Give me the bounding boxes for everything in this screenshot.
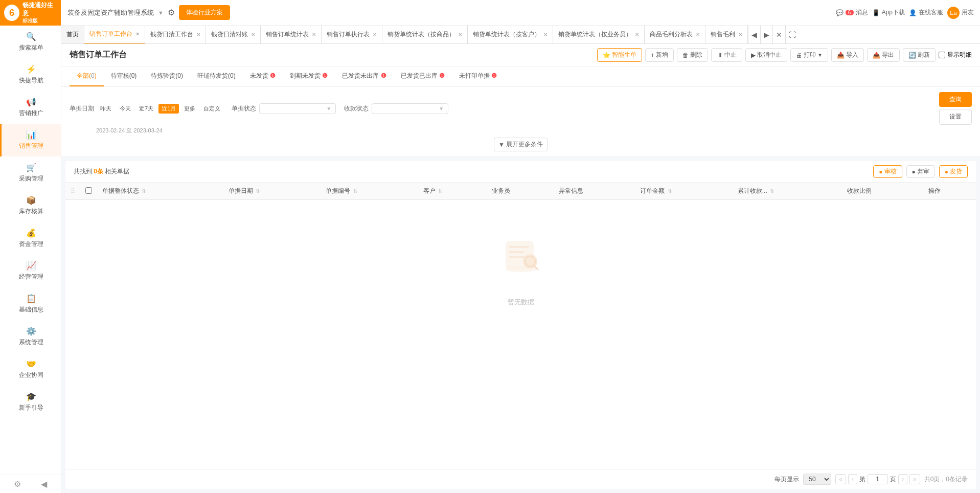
filter-tab-not-shipped[interactable]: 未发货 ❶ <box>243 66 283 86</box>
sidebar-settings-btn[interactable]: ⚙ <box>14 479 21 489</box>
checkbox-col-header[interactable] <box>80 183 97 200</box>
page-prev-btn[interactable]: ‹ <box>848 474 857 484</box>
page-last-btn[interactable]: » <box>909 474 920 484</box>
sidebar-item-baseinfo[interactable]: 📋 基础信息 <box>0 287 61 320</box>
pause-button[interactable]: ⏸ 中止 <box>711 48 742 62</box>
tab-close-icon[interactable]: ✕ <box>312 32 316 37</box>
tab-sales-workbench[interactable]: 销售订单工作台 ✕ <box>84 26 145 44</box>
sidebar-item-quicknav[interactable]: ⚡ 快捷导航 <box>0 58 61 91</box>
tab-sales-profit[interactable]: 销售毛利 ✕ <box>705 26 748 44</box>
tab-sales-stats[interactable]: 销售订单统计表 ✕ <box>261 26 322 44</box>
show-detail-toggle[interactable]: 显示明细 <box>939 51 972 59</box>
filter-tab-pending-audit[interactable]: 待审核(0) <box>104 66 144 86</box>
tab-close-all[interactable]: ✕ <box>772 26 785 44</box>
filter-tab-not-printed[interactable]: 未打印单据 ❶ <box>452 66 504 86</box>
col-accumulated[interactable]: 累计收款... ⇅ <box>733 183 842 200</box>
sidebar-item-guide[interactable]: 🎓 新手引导 <box>0 386 61 418</box>
filter-tab-shipped-not-out[interactable]: 已发货未出库 ❶ <box>335 66 393 86</box>
tab-close-icon[interactable]: ✕ <box>738 32 742 37</box>
shortcut-more[interactable]: 更多 <box>181 104 198 114</box>
tab-scroll-right[interactable]: ▶ <box>760 26 772 44</box>
dropdown-arrow[interactable]: ▼ <box>158 10 164 16</box>
sidebar-item-inventory[interactable]: 📦 库存核算 <box>0 189 61 222</box>
page-first-btn[interactable]: « <box>835 474 846 484</box>
shortcut-yesterday[interactable]: 昨天 <box>97 104 115 114</box>
col-customer[interactable]: 客户 ⇅ <box>418 183 487 200</box>
tab-cash-daily[interactable]: 钱货日清工作台 ✕ <box>145 26 206 44</box>
shortcut-7days[interactable]: 近7天 <box>136 104 156 114</box>
filter-tab-wangpu[interactable]: 旺铺待发货(0) <box>190 66 243 86</box>
message-btn[interactable]: 💬 6 消息 <box>836 8 868 17</box>
tab-close-icon[interactable]: ✕ <box>635 32 639 37</box>
online-service-btn[interactable]: 👤 在线客服 <box>909 8 943 17</box>
print-button[interactable]: 🖨 打印 ▼ <box>790 48 828 62</box>
page-next-btn[interactable]: › <box>898 474 907 484</box>
tab-close-icon[interactable]: ✕ <box>251 32 255 37</box>
page-size-select[interactable]: 50 10 20 100 <box>803 474 831 485</box>
reverse-audit-button[interactable]: ● 弃审 <box>906 165 935 178</box>
query-button[interactable]: 查询 <box>939 92 972 107</box>
sidebar-item-sales[interactable]: 📊 销售管理 <box>0 124 61 156</box>
col-date[interactable]: 单据日期 ⇅ <box>223 183 321 200</box>
app-download-btn[interactable]: 📱 App下载 <box>872 8 905 17</box>
status-select[interactable]: ▼ <box>259 103 336 114</box>
tab-sales-by-staff[interactable]: 销货单统计表（按业务员） ✕ <box>553 26 645 44</box>
setting-button[interactable]: 设置 <box>939 109 972 125</box>
import-button[interactable]: 📥 导入 <box>831 48 864 62</box>
sidebar-item-finance[interactable]: 💰 资金管理 <box>0 222 61 255</box>
table-count: 共找到 0条 相关单据 <box>74 167 129 176</box>
add-button[interactable]: + 新增 <box>645 48 674 62</box>
shortcut-today[interactable]: 今天 <box>117 104 134 114</box>
tab-close-icon[interactable]: ✕ <box>373 32 377 37</box>
reverse-icon: ● <box>912 168 916 175</box>
tab-sales-by-customer[interactable]: 销货单统计表（按客户） ✕ <box>468 26 553 44</box>
page-input[interactable] <box>868 474 888 484</box>
col-amount[interactable]: 订单金额 ⇅ <box>635 183 732 200</box>
col-number[interactable]: 单据编号 ⇅ <box>321 183 418 200</box>
tab-close-icon[interactable]: ✕ <box>458 32 462 37</box>
filter-tab-shipped-out[interactable]: 已发货已出库 ❶ <box>394 66 452 86</box>
filter-tab-all[interactable]: 全部(0) <box>70 66 104 86</box>
sidebar-collapse-btn[interactable]: ◀ <box>41 479 47 489</box>
sidebar-item-purchase[interactable]: 🛒 采购管理 <box>0 156 61 189</box>
tab-home[interactable]: 首页 <box>61 26 84 44</box>
sidebar-item-system[interactable]: ⚙️ 系统管理 <box>0 320 61 353</box>
tab-scroll-left[interactable]: ◀ <box>748 26 760 44</box>
shortcut-custom[interactable]: 自定义 <box>200 104 223 114</box>
export-button[interactable]: 📤 导出 <box>867 48 900 62</box>
payment-select[interactable]: ▼ <box>372 103 448 114</box>
select-all-checkbox[interactable] <box>85 187 92 194</box>
sidebar-item-marketing[interactable]: 📢 营销推广 <box>0 91 61 124</box>
tab-sales-by-product[interactable]: 销货单统计表（按商品） ✕ <box>382 26 468 44</box>
solution-button[interactable]: 体验行业方案 <box>179 5 230 20</box>
settings-icon[interactable]: ⚙ <box>168 8 175 17</box>
tab-close-icon[interactable]: ✕ <box>196 32 200 37</box>
tab-label: 销售订单执行表 <box>327 30 370 39</box>
audit-button[interactable]: ● 审核 <box>873 165 902 178</box>
sidebar-item-collaboration[interactable]: 🤝 企业协同 <box>0 353 61 386</box>
tab-close-icon[interactable]: ✕ <box>135 31 140 37</box>
tab-sales-exec[interactable]: 销售订单执行表 ✕ <box>322 26 382 44</box>
filter-tab-overdue[interactable]: 到期未发货 ❶ <box>283 66 335 86</box>
show-detail-checkbox[interactable] <box>939 52 945 58</box>
tab-close-icon[interactable]: ✕ <box>696 32 700 37</box>
tab-reconciliation[interactable]: 钱货日清对账 ✕ <box>206 26 261 44</box>
tab-maximize[interactable]: ⛶ <box>785 26 799 44</box>
smart-create-button[interactable]: ⭐ 智能生单 <box>597 48 642 62</box>
filter-tab-pending-check[interactable]: 待拣验货(0) <box>144 66 190 86</box>
show-detail-label: 显示明细 <box>947 51 972 59</box>
col-status[interactable]: 单据整体状态 ⇅ <box>97 183 223 200</box>
page-title: 销售订单工作台 <box>70 50 127 60</box>
sidebar-item-business[interactable]: 📈 经营管理 <box>0 255 61 287</box>
delete-button[interactable]: 🗑 删除 <box>677 48 708 62</box>
cancel-pause-button[interactable]: ▶ 取消中止 <box>745 48 787 62</box>
shortcut-1month[interactable]: 近1月 <box>158 104 179 114</box>
tab-close-icon[interactable]: ✕ <box>543 32 548 37</box>
refresh-button[interactable]: 🔄 刷新 <box>903 48 936 62</box>
tab-gross-margin[interactable]: 商品毛利分析表 ✕ <box>645 26 705 44</box>
sidebar-item-search[interactable]: 🔍 搜索菜单 <box>0 26 61 58</box>
expand-conditions-btn[interactable]: ▼ 展开更多条件 <box>494 138 548 151</box>
ship-button[interactable]: ● 发货 <box>939 165 968 178</box>
col-staff: 业务员 <box>487 183 554 200</box>
user-menu[interactable]: Ea 用友 <box>947 7 974 19</box>
